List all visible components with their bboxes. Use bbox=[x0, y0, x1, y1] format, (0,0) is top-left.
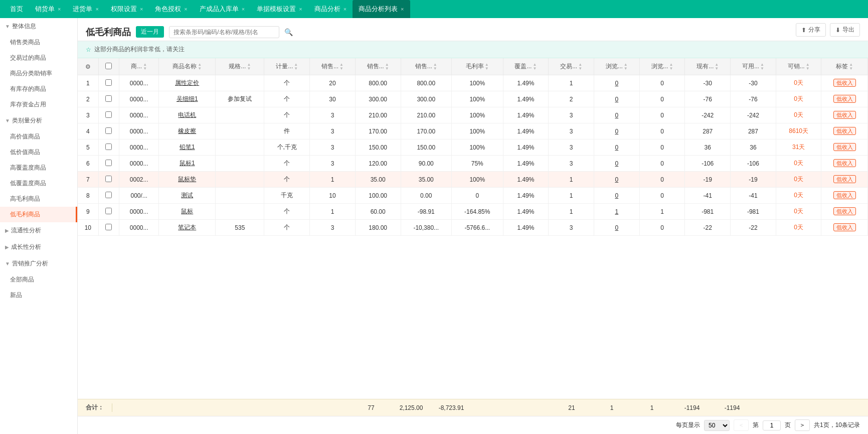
link-name[interactable]: 鼠标垫 bbox=[178, 176, 196, 183]
page-number-input[interactable] bbox=[763, 420, 781, 430]
share-button[interactable]: ⬆ 分享 bbox=[796, 23, 826, 37]
col-sales_amount[interactable]: 销售...▲▼ bbox=[401, 58, 451, 75]
link-name[interactable]: 笔记本 bbox=[178, 224, 196, 231]
search-input[interactable] bbox=[169, 26, 279, 38]
nav-item-单据模板设置[interactable]: 单据模板设置× bbox=[251, 0, 308, 18]
nav-close-icon[interactable]: × bbox=[95, 0, 98, 18]
cell-name[interactable]: 测试 bbox=[159, 188, 216, 204]
cell-views1[interactable]: 0 bbox=[594, 156, 639, 172]
search-button[interactable]: 🔍 bbox=[284, 28, 293, 36]
sidebar-item-有库存的商品[interactable]: 有库存的商品 bbox=[0, 81, 77, 97]
cell-views1[interactable]: 1 bbox=[594, 204, 639, 220]
cell-checkbox[interactable] bbox=[98, 156, 119, 172]
sidebar-item-销售类商品[interactable]: 销售类商品 bbox=[0, 35, 77, 50]
cell-views1[interactable]: 0 bbox=[594, 172, 639, 188]
sidebar-item-高毛利商品[interactable]: 高毛利商品 bbox=[0, 191, 77, 207]
cell-name[interactable]: 属性定价 bbox=[159, 75, 216, 91]
link-views1[interactable]: 0 bbox=[615, 128, 618, 135]
col-transactions[interactable]: 交易...▲▼ bbox=[549, 58, 594, 75]
nav-close-icon[interactable]: × bbox=[184, 0, 187, 18]
cell-checkbox[interactable] bbox=[98, 107, 119, 123]
nav-close-icon[interactable]: × bbox=[140, 0, 143, 18]
per-page-select[interactable]: 50 20 100 bbox=[704, 420, 730, 431]
col-name[interactable]: 商品名称▲▼ bbox=[159, 58, 216, 75]
col-sales_qty[interactable]: 销售...▲▼ bbox=[310, 58, 356, 75]
cell-views1[interactable]: 0 bbox=[594, 139, 639, 156]
nav-item-商品分析列表[interactable]: 商品分析列表× bbox=[353, 0, 410, 18]
link-views1[interactable]: 0 bbox=[615, 112, 618, 119]
col-checkbox[interactable] bbox=[98, 58, 119, 75]
col-views1[interactable]: 浏览...▲▼ bbox=[594, 58, 639, 75]
cell-checkbox[interactable] bbox=[98, 220, 119, 236]
filter-month-btn[interactable]: 近一月 bbox=[136, 26, 164, 38]
cell-name[interactable]: 笔记本 bbox=[159, 220, 216, 236]
select-all-checkbox[interactable] bbox=[105, 63, 112, 69]
col-coverage[interactable]: 覆盖...▲▼ bbox=[503, 58, 549, 75]
col-views2[interactable]: 浏览...▲▼ bbox=[639, 58, 685, 75]
sidebar-group-整体信息[interactable]: ▼整体信息 bbox=[0, 18, 77, 35]
row-checkbox[interactable] bbox=[105, 176, 112, 182]
col-settings[interactable]: ⚙ bbox=[78, 58, 98, 75]
cell-checkbox[interactable] bbox=[98, 188, 119, 204]
cell-views1[interactable]: 0 bbox=[594, 188, 639, 204]
cell-name[interactable]: 鼠标 bbox=[159, 204, 216, 220]
nav-close-icon[interactable]: × bbox=[242, 0, 245, 18]
nav-close-icon[interactable]: × bbox=[299, 0, 302, 18]
row-checkbox[interactable] bbox=[105, 111, 112, 118]
cell-checkbox[interactable] bbox=[98, 139, 119, 156]
col-sales_price[interactable]: 销售...▲▼ bbox=[355, 58, 401, 75]
link-name[interactable]: 铅笔1 bbox=[180, 143, 195, 151]
col-tags[interactable]: 标签▲▼ bbox=[821, 58, 868, 75]
link-name[interactable]: 吴细细1 bbox=[177, 95, 198, 102]
cell-name[interactable]: 橡皮擦 bbox=[159, 123, 216, 139]
cell-checkbox[interactable] bbox=[98, 123, 119, 139]
link-views1[interactable]: 1 bbox=[615, 208, 618, 215]
cell-checkbox[interactable] bbox=[98, 75, 119, 91]
col-code[interactable]: 商...▲▼ bbox=[119, 58, 159, 75]
cell-views1[interactable]: 0 bbox=[594, 91, 639, 107]
cell-checkbox[interactable] bbox=[98, 172, 119, 188]
col-current[interactable]: 现有...▲▼ bbox=[685, 58, 731, 75]
col-sellable[interactable]: 可销...▲▼ bbox=[776, 58, 821, 75]
sidebar-item-库存资金占用[interactable]: 库存资金占用 bbox=[0, 97, 77, 112]
nav-item-进货单[interactable]: 进货单× bbox=[67, 0, 104, 18]
cell-name[interactable]: 鼠标1 bbox=[159, 156, 216, 172]
cell-views1[interactable]: 0 bbox=[594, 123, 639, 139]
sidebar-item-低毛利商品[interactable]: 低毛利商品 bbox=[0, 207, 77, 222]
sidebar-item-新品[interactable]: 新品 bbox=[0, 287, 77, 303]
sidebar-group-营销推广分析[interactable]: ▼营销推广分析 bbox=[0, 255, 77, 272]
nav-item-产成品入库单[interactable]: 产成品入库单× bbox=[194, 0, 251, 18]
cell-name[interactable]: 吴细细1 bbox=[159, 91, 216, 107]
link-views1[interactable]: 0 bbox=[615, 96, 618, 103]
col-spec[interactable]: 规格...▲▼ bbox=[216, 58, 264, 75]
row-checkbox[interactable] bbox=[105, 127, 112, 134]
nav-item-权限设置[interactable]: 权限设置× bbox=[105, 0, 149, 18]
nav-item-商品分析[interactable]: 商品分析× bbox=[308, 0, 353, 18]
col-gross_margin[interactable]: 毛利率▲▼ bbox=[452, 58, 503, 75]
sidebar-item-低价值商品[interactable]: 低价值商品 bbox=[0, 144, 77, 160]
nav-item-首页[interactable]: 首页 bbox=[4, 0, 29, 18]
sidebar-item-高覆盖度商品[interactable]: 高覆盖度商品 bbox=[0, 160, 77, 176]
col-available[interactable]: 可用...▲▼ bbox=[731, 58, 776, 75]
cell-views1[interactable]: 0 bbox=[594, 220, 639, 236]
row-checkbox[interactable] bbox=[105, 192, 112, 198]
row-checkbox[interactable] bbox=[105, 208, 112, 214]
nav-item-销货单[interactable]: 销货单× bbox=[29, 0, 67, 18]
link-name[interactable]: 橡皮擦 bbox=[178, 127, 196, 134]
cell-name[interactable]: 铅笔1 bbox=[159, 139, 216, 156]
sidebar-group-类别量分析[interactable]: ▼类别量分析 bbox=[0, 112, 77, 129]
cell-views1[interactable]: 0 bbox=[594, 75, 639, 91]
col-unit[interactable]: 计量...▲▼ bbox=[264, 58, 310, 75]
link-name[interactable]: 属性定价 bbox=[175, 79, 199, 86]
cell-checkbox[interactable] bbox=[98, 91, 119, 107]
link-views1[interactable]: 0 bbox=[615, 176, 618, 183]
link-views1[interactable]: 0 bbox=[615, 80, 618, 87]
link-name[interactable]: 鼠标1 bbox=[180, 160, 195, 167]
row-checkbox[interactable] bbox=[105, 224, 112, 230]
export-button[interactable]: ⬇ 导出 bbox=[830, 23, 860, 37]
row-checkbox[interactable] bbox=[105, 79, 112, 86]
row-checkbox[interactable] bbox=[105, 143, 112, 150]
sidebar-item-低覆盖度商品[interactable]: 低覆盖度商品 bbox=[0, 176, 77, 191]
cell-name[interactable]: 鼠标垫 bbox=[159, 172, 216, 188]
link-views1[interactable]: 0 bbox=[615, 144, 618, 151]
